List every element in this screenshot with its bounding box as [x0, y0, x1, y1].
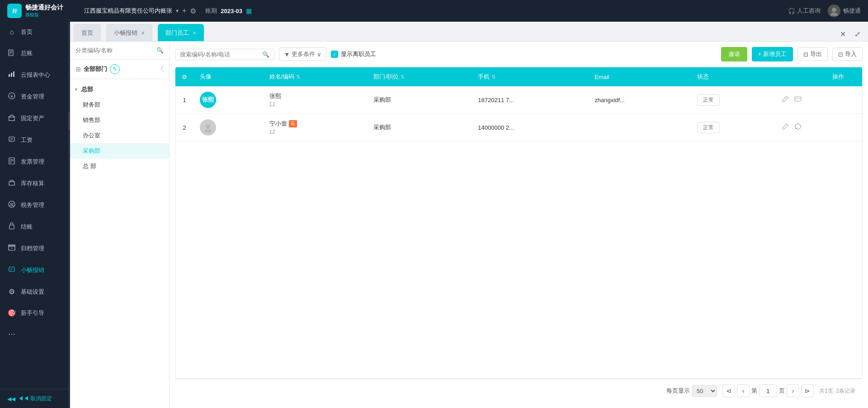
page-last-button[interactable]: ⊳ — [801, 385, 814, 397]
unpin-button[interactable]: ◀◀ ◀◀ 取消固定 — [0, 389, 70, 408]
dept-node-purchase[interactable]: 采购部 — [70, 143, 169, 159]
show-resigned-checkbox[interactable]: ✓ — [331, 51, 338, 58]
sidebar-item-archive[interactable]: 归档管理 — [0, 238, 70, 259]
funds-icon: ¥ — [7, 92, 16, 101]
dept-header: ⊞ 全部部门 ✎ 《 — [70, 60, 169, 79]
dept-edit-button[interactable]: ✎ — [110, 64, 120, 74]
sidebar-item-salary[interactable]: 工资 — [0, 129, 70, 151]
sidebar-item-expense[interactable]: 小畅报销 — [0, 259, 70, 281]
row1-avatar: 张熙 — [200, 92, 216, 108]
col-dept[interactable]: 部门/职位 ⇅ — [367, 67, 472, 86]
page-prev-button[interactable]: ‹ — [737, 385, 750, 397]
sidebar-item-assets[interactable]: 固定资产 — [0, 108, 70, 129]
dept-node-finance[interactable]: 财务部 — [70, 97, 169, 113]
user-name: 畅捷通 — [843, 7, 861, 15]
tab-home[interactable]: 首页 — [74, 24, 101, 41]
user-area[interactable]: 畅捷通 — [828, 5, 861, 17]
page-number-input[interactable] — [759, 385, 777, 397]
svg-rect-24 — [9, 225, 14, 229]
import-button[interactable]: ⊡ 导入 — [832, 47, 863, 61]
tab-expand-button[interactable]: ⤢ — [852, 28, 863, 39]
sidebar-item-close[interactable]: 结账 — [0, 216, 70, 238]
sidebar-item-home[interactable]: ⌂ 首页 — [0, 22, 70, 42]
row1-actions — [775, 86, 862, 114]
svg-point-33 — [206, 124, 210, 129]
svg-rect-8 — [9, 74, 10, 77]
tab-department[interactable]: 部门员工 × — [158, 24, 204, 41]
row1-more-icon[interactable] — [794, 95, 802, 104]
col-name-code[interactable]: 姓名/编码 ⇅ — [263, 67, 368, 86]
sidebar-item-tax[interactable]: 税 税务管理 — [0, 194, 70, 216]
employee-search-input[interactable] — [180, 51, 259, 58]
filter-icon: ▼ — [284, 51, 290, 58]
show-resigned-label: 显示离职员工 — [341, 50, 376, 58]
page-first-button[interactable]: ⊲ — [722, 385, 735, 397]
tab-expense[interactable]: 小畅报销 × — [106, 24, 152, 41]
table-row: 2 宁小壹 — [175, 114, 862, 141]
dept-node-general[interactable]: 总 部 — [70, 159, 169, 174]
top-header: 好 畅捷通好会计 旗舰版 江西服宝精品有限责任公司内账张 ▾ + ⚙ 账期 20… — [0, 0, 868, 22]
sidebar-label-invoice: 发票管理 — [21, 158, 44, 166]
company-area: 江西服宝精品有限责任公司内账张 ▾ + ⚙ 账期 2023-03 ▦ — [75, 7, 788, 15]
add-company-icon[interactable]: + — [182, 7, 186, 15]
calendar-icon[interactable]: ▦ — [246, 7, 252, 14]
invite-button[interactable]: 邀请 — [721, 47, 747, 61]
tab-department-close-icon[interactable]: × — [193, 29, 196, 37]
user-avatar — [828, 5, 840, 17]
sidebar-scrollbar[interactable] — [68, 22, 70, 408]
col-settings[interactable]: ⚙ — [175, 67, 193, 86]
page-next-button[interactable]: › — [787, 385, 799, 397]
row2-edit-icon[interactable] — [782, 123, 789, 132]
unpin-label: ◀◀ 取消固定 — [18, 395, 52, 403]
row1-edit-icon[interactable] — [782, 95, 789, 104]
add-employee-button[interactable]: + 新增员工 — [752, 47, 793, 61]
tab-expense-close-icon[interactable]: × — [141, 29, 145, 37]
row2-refresh-icon[interactable] — [794, 123, 802, 132]
col-phone[interactable]: 手机 ⇅ — [472, 67, 588, 86]
dept-node-office[interactable]: 办公室 — [70, 128, 169, 143]
sidebar-item-guide[interactable]: 🎯 新手引导 — [0, 302, 70, 324]
dept-collapse-button[interactable]: 《 — [157, 65, 164, 73]
row2-status: 正常 — [691, 114, 775, 141]
company-dropdown-icon[interactable]: ▾ — [176, 8, 179, 14]
sidebar-item-ledger[interactable]: 总账 — [0, 42, 70, 64]
row1-name: 张熙 — [269, 92, 361, 100]
dept-search-icon[interactable]: 🔍 — [156, 47, 164, 54]
dept-node-root[interactable]: ▼ 总部 — [70, 82, 169, 97]
pagination-bar: 每页显示 50 10 20 100 ⊲ ‹ 第 页 — [175, 379, 863, 403]
svg-rect-9 — [11, 73, 12, 77]
dept-search-input[interactable] — [75, 47, 153, 54]
sidebar-item-more[interactable]: ⋯ — [0, 324, 70, 345]
svg-point-3 — [830, 13, 838, 16]
show-resigned-toggle[interactable]: ✓ 显示离职员工 — [331, 50, 376, 58]
sidebar-item-inventory[interactable]: 库存核算 — [0, 173, 70, 194]
invoice-icon — [7, 157, 16, 166]
row1-status-badge: 正常 — [697, 94, 720, 106]
settings-gear-icon[interactable]: ⚙ — [190, 7, 196, 15]
salary-icon — [7, 136, 16, 145]
logo-title: 畅捷通好会计 — [25, 4, 63, 12]
sidebar-item-funds[interactable]: ¥ 资金管理 — [0, 86, 70, 108]
row2-name-group: 宁小壹 应 12 — [269, 120, 361, 135]
tab-expense-label: 小畅报销 — [114, 29, 137, 37]
page-content: 🔍 ⊞ 全部部门 ✎ 《 ▼ 总部 财务部 — [70, 42, 868, 408]
service-button[interactable]: 🎧 人工咨询 — [788, 7, 821, 15]
row2-actions — [775, 114, 862, 141]
department-panel: 🔍 ⊞ 全部部门 ✎ 《 ▼ 总部 财务部 — [70, 42, 170, 408]
tab-bar: 首页 小畅报销 × 部门员工 × ✕ ⤢ — [70, 22, 868, 42]
svg-rect-13 — [9, 117, 14, 121]
per-page-dropdown[interactable]: 50 10 20 100 — [692, 385, 717, 397]
filter-button[interactable]: ▼ 更多条件 ∨ — [279, 47, 326, 61]
sidebar-label-home: 首页 — [21, 28, 33, 36]
sidebar-item-reports[interactable]: 云报表中心 — [0, 64, 70, 86]
sidebar-item-invoice[interactable]: 发票管理 — [0, 151, 70, 173]
period-value: 2023-03 — [221, 8, 242, 14]
sidebar-item-basic-settings[interactable]: ⚙ 基础设置 — [0, 281, 70, 302]
export-button[interactable]: ⊡ 导出 — [797, 47, 828, 61]
dept-node-sales[interactable]: 销售部 — [70, 113, 169, 128]
sidebar-label-archive: 归档管理 — [21, 244, 44, 253]
tab-close-button[interactable]: ✕ — [837, 28, 848, 39]
employee-search-icon[interactable]: 🔍 — [262, 51, 269, 58]
content-area: 首页 小畅报销 × 部门员工 × ✕ ⤢ 🔍 — [70, 22, 868, 408]
dept-sales-label: 销售部 — [83, 116, 100, 124]
